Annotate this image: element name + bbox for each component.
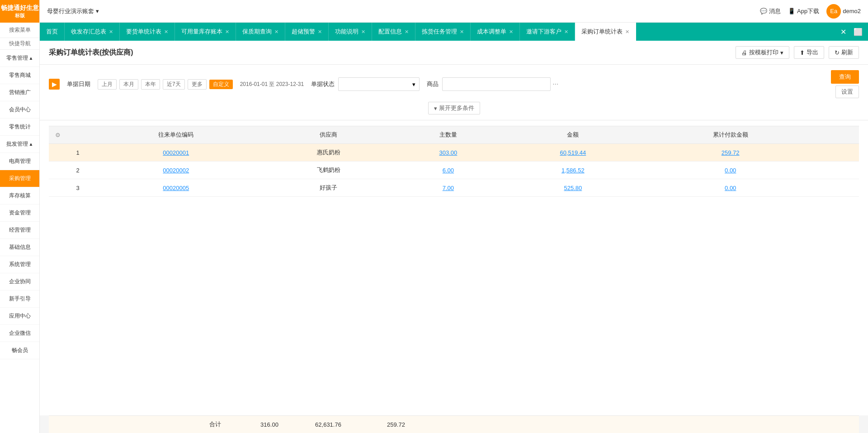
sidebar-item-newguide[interactable]: 新手引导 [0, 290, 39, 308]
row3-amount[interactable]: 525.80 [503, 179, 643, 197]
table-row: 3 00020005 好孩子 7.00 525.80 0.00 [49, 179, 859, 197]
close-icon[interactable]: ✕ [405, 29, 409, 35]
row3-unit-code[interactable]: 00020005 [89, 179, 264, 197]
footer-paid-amount: 259.72 [360, 421, 432, 428]
goods-filter-label: 商品 [427, 80, 439, 88]
filter-row: ▶ 单据日期 上月 本月 本年 近7天 更多 自定义 2016-01-01 至 … [49, 70, 859, 98]
col-amount-header: 金额 [503, 126, 643, 144]
expand-more-btn[interactable]: ▾ 展开更多条件 [428, 102, 480, 114]
query-btn[interactable]: 查询 [831, 70, 859, 84]
message-btn[interactable]: 💬 消息 [760, 7, 781, 15]
sidebar-item-purchase[interactable]: 采购管理 [0, 170, 39, 187]
app-download-label: App下载 [797, 7, 819, 15]
shortcut-this-year[interactable]: 本年 [141, 79, 160, 90]
tab-invite-downstream[interactable]: 邀请下游客户 ✕ [520, 23, 575, 41]
sidebar-item-marketing[interactable]: 营销推广 [0, 84, 39, 101]
tab-purchase-stats[interactable]: 采购订单统计表 ✕ [575, 23, 636, 41]
sidebar-item-retail[interactable]: 零售管理 ▲ [0, 50, 39, 67]
chevron-down-icon: ▾ [780, 49, 783, 56]
table-header-row: ⚙ 往来单位编码 供应商 主数量 金额 累计付款金额 [49, 126, 859, 144]
status-select[interactable]: ▾ [338, 77, 420, 91]
tab-function-desc[interactable]: 功能说明 ✕ [329, 23, 372, 41]
sidebar-item-ops[interactable]: 经营管理 [0, 222, 39, 239]
tab-picking-task-label: 拣货任务管理 [422, 28, 457, 36]
tab-receive-send[interactable]: 收发存汇总表 ✕ [65, 23, 120, 41]
export-btn[interactable]: ⬆ 导出 [794, 46, 824, 59]
app-download-btn[interactable]: 📱 App下载 [788, 7, 819, 15]
close-icon[interactable]: ✕ [564, 29, 568, 35]
row2-quantity[interactable]: 6.00 [394, 162, 503, 179]
tab-overstock[interactable]: 超储预警 ✕ [285, 23, 329, 41]
close-icon[interactable]: ✕ [509, 29, 513, 35]
row2-amount[interactable]: 1,586.52 [503, 162, 643, 179]
export-icon: ⬆ [800, 49, 805, 56]
status-filter-label: 单据状态 [311, 80, 335, 88]
chevron-down-icon: ▾ [412, 81, 415, 88]
sidebar-quicknav[interactable]: 快捷导航 [0, 38, 39, 50]
row1-unit-code[interactable]: 00020001 [89, 144, 264, 162]
close-icon[interactable]: ✕ [460, 29, 464, 35]
sidebar-item-enterprise[interactable]: 企业协同 [0, 273, 39, 290]
custom-date-label[interactable]: 自定义 [209, 80, 233, 89]
more-options-icon[interactable]: ··· [552, 80, 558, 88]
row1-paid-amount[interactable]: 259.72 [643, 144, 818, 162]
sidebar-item-retail-stats[interactable]: 零售统计 [0, 119, 39, 136]
sidebar-item-finance[interactable]: 资金管理 [0, 205, 39, 222]
refresh-btn-label: 刷新 [841, 48, 853, 57]
tab-picking-task[interactable]: 拣货任务管理 ✕ [415, 23, 471, 41]
table-body: 1 00020001 惠氏奶粉 303.00 60,519.44 259.72 … [49, 144, 859, 197]
tab-warranty-label: 保质期查询 [242, 28, 272, 36]
printer-icon: 🖨 [741, 49, 747, 56]
close-icon[interactable]: ✕ [361, 29, 365, 35]
row2-paid-amount[interactable]: 0.00 [643, 162, 818, 179]
row2-unit-code[interactable]: 00020002 [89, 162, 264, 179]
sidebar-item-system[interactable]: 系统管理 [0, 256, 39, 273]
row1-quantity[interactable]: 303.00 [394, 144, 503, 162]
close-icon[interactable]: ✕ [225, 29, 229, 35]
row1-empty [818, 144, 859, 162]
sidebar-item-members[interactable]: 会员中心 [0, 101, 39, 119]
sidebar-item-ecommerce[interactable]: 电商管理 [0, 153, 39, 170]
tabbar: 首页 收发存汇总表 ✕ 要货单统计表 ✕ 可用量库存账本 ✕ 保质期查询 ✕ 超… [40, 23, 868, 41]
close-icon[interactable]: ✕ [318, 29, 322, 35]
shortcut-last-month[interactable]: 上月 [98, 79, 117, 90]
sidebar-search[interactable]: 搜索菜单 [0, 23, 39, 38]
sidebar-item-inventory[interactable]: 库存核算 [0, 187, 39, 205]
tab-config-info[interactable]: 配置信息 ✕ [372, 23, 415, 41]
tab-warranty[interactable]: 保质期查询 ✕ [236, 23, 285, 41]
close-icon[interactable]: ✕ [164, 29, 168, 35]
shortcut-this-month[interactable]: 本月 [119, 79, 138, 90]
sidebar-item-enterprise-wx[interactable]: 企业微信 [0, 325, 39, 342]
sidebar-item-retail-mall[interactable]: 零售商城 [0, 67, 39, 84]
row3-quantity[interactable]: 7.00 [394, 179, 503, 197]
tab-demand-stats[interactable]: 要货单统计表 ✕ [120, 23, 175, 41]
filter-toggle[interactable]: ▶ [49, 79, 60, 90]
sidebar-item-wholesale[interactable]: 批发管理 ▲ [0, 136, 39, 153]
tab-home[interactable]: 首页 [40, 23, 65, 41]
row1-amount[interactable]: 60,519.44 [503, 144, 643, 162]
user-menu[interactable]: Ea demo2 [826, 4, 861, 19]
settings-icon[interactable]: ⚙ [55, 132, 61, 138]
sidebar-item-appcenter[interactable]: 应用中心 [0, 308, 39, 325]
close-icon[interactable]: ✕ [109, 29, 113, 35]
chevron-down-icon: ▲ [29, 56, 33, 61]
shortcut-7days[interactable]: 近7天 [163, 79, 185, 90]
settings-btn[interactable]: 设置 [835, 86, 859, 98]
refresh-btn[interactable]: ↻ 刷新 [829, 46, 859, 59]
print-btn[interactable]: 🖨 按模板打印 ▾ [736, 46, 789, 59]
maximize-btn[interactable]: ⬜ [852, 26, 864, 38]
tab-config-info-label: 配置信息 [378, 28, 402, 36]
close-all-btn[interactable]: ✕ [839, 26, 848, 38]
sidebar-item-vip[interactable]: 畅会员 [0, 342, 39, 359]
phone-icon: 📱 [788, 8, 795, 14]
close-icon[interactable]: ✕ [274, 29, 278, 35]
close-icon[interactable]: ✕ [625, 29, 629, 35]
sidebar-item-basic-info[interactable]: 基础信息 [0, 239, 39, 256]
row3-paid-amount[interactable]: 0.00 [643, 179, 818, 197]
workspace-selector[interactable]: 母婴行业演示账套 ▾ [47, 7, 99, 15]
goods-input[interactable] [442, 77, 551, 91]
shortcut-more[interactable]: 更多 [188, 79, 207, 90]
tab-available-stock[interactable]: 可用量库存账本 ✕ [175, 23, 236, 41]
row2-index: 2 [67, 162, 89, 179]
tab-cost-adjust[interactable]: 成本调整单 ✕ [471, 23, 520, 41]
